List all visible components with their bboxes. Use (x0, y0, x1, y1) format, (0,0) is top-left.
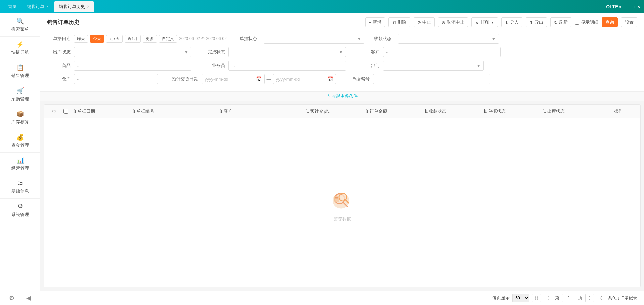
table-settings-btn[interactable]: ⚙ (47, 109, 61, 114)
next-page-btn[interactable]: ⟩ (585, 294, 594, 302)
close-sales-order-tab[interactable]: × (46, 4, 49, 9)
receipt-status-select[interactable]: ▼ (398, 34, 499, 44)
quick-nav-icon: ⚡ (16, 41, 24, 48)
prev-page-btn[interactable]: ⟨ (544, 294, 552, 302)
query-label: 查询 (605, 19, 614, 25)
th-sort-bill-date[interactable]: ⇅ (73, 109, 77, 114)
page-size-select[interactable]: 50 10 20 100 (512, 294, 529, 302)
th-sort-receipt-status[interactable]: ⇅ (424, 109, 428, 114)
empty-text: 暂无数据 (334, 216, 351, 222)
date-today[interactable]: 今天 (90, 35, 104, 43)
date-yesterday[interactable]: 昨天 (74, 35, 88, 43)
refresh-label: 刷新 (559, 19, 568, 25)
th-sort-bill-number[interactable]: ⇅ (132, 109, 136, 114)
bill-status-select[interactable]: ▼ (264, 34, 364, 44)
date-more[interactable]: 更多 (143, 35, 157, 43)
department-select[interactable]: ▼ (383, 61, 484, 71)
warehouse-input[interactable]: ··· (74, 74, 158, 84)
sidebar-item-operations[interactable]: 📊 经营管理 (0, 153, 40, 176)
complete-status-label: 完成状态 (202, 49, 225, 55)
stop-label: 中止 (422, 19, 431, 25)
customer-input[interactable]: ··· (383, 47, 501, 57)
collapse-icon: ∧ (327, 93, 330, 99)
refresh-button[interactable]: ↻ 刷新 (550, 17, 571, 27)
sidebar-item-search-menu[interactable]: 🔍 搜索菜单 (0, 13, 40, 37)
date-last-month[interactable]: 近1月 (125, 35, 141, 43)
print-button[interactable]: 🖨 打印 ▼ (471, 17, 498, 27)
th-customer-label: 客户 (224, 108, 232, 114)
tab-home[interactable]: 首页 (3, 1, 22, 12)
tab-sales-order-history[interactable]: 销售订单历史 × (54, 1, 94, 12)
th-sort-customer[interactable]: ⇅ (219, 109, 223, 114)
sidebar-item-inventory-label: 库存核算 (11, 119, 29, 125)
department-label: 部门 (356, 63, 380, 69)
purchase-mgmt-icon: 🛒 (16, 87, 24, 94)
th-sort-out-status[interactable]: ⇅ (543, 109, 546, 114)
main-layout: 🔍 搜索菜单 ⚡ 快捷导航 📋 销售管理 🛒 采购管理 📦 库存核算 💰 资金管… (0, 13, 644, 305)
new-button[interactable]: + 新增 (365, 17, 385, 27)
stop-button[interactable]: ⊘ 中止 (414, 17, 435, 27)
complete-status-arrow: ▼ (339, 50, 343, 55)
th-sort-order-amount[interactable]: ⇅ (365, 109, 369, 114)
new-icon: + (369, 20, 372, 25)
sidebar-item-quick-nav[interactable]: ⚡ 快捷导航 (0, 37, 40, 60)
import-button[interactable]: ⬇ 导入 (501, 17, 522, 27)
sidebar-settings-icon[interactable]: ⚙ (9, 294, 14, 302)
table-select-all[interactable] (61, 109, 71, 114)
settings-button[interactable]: 设置 (621, 17, 637, 27)
delivery-date-to[interactable]: yyyy-mm-dd 📅 (273, 74, 336, 84)
complete-status-select[interactable]: ▼ (228, 47, 346, 57)
delivery-date-from[interactable]: yyyy-mm-dd 📅 (202, 74, 265, 84)
close-app-btn[interactable]: ✕ (637, 4, 641, 9)
bill-number-input[interactable] (373, 74, 490, 84)
search-menu-icon: 🔍 (16, 17, 24, 25)
sidebar-item-base-info[interactable]: 🗂 基础信息 (0, 176, 40, 199)
tab-sales-order[interactable]: 销售订单 × (22, 1, 53, 12)
sidebar-collapse-icon[interactable]: ◀ (26, 294, 31, 302)
maximize-btn[interactable]: □ (632, 4, 634, 9)
product-input[interactable]: ··· (74, 61, 191, 71)
th-bill-number-label: 单据编号 (137, 108, 154, 114)
minimize-btn[interactable]: — (625, 4, 629, 9)
query-button[interactable]: 查询 (602, 17, 618, 27)
date-last7[interactable]: 近7天 (106, 35, 123, 43)
finance-icon: 💰 (16, 134, 24, 141)
sidebar-item-finance[interactable]: 💰 资金管理 (0, 129, 40, 153)
cancel-stop-button[interactable]: ⊘ 取消中止 (438, 17, 468, 27)
select-all-checkbox[interactable] (63, 109, 68, 114)
receipt-status-label: 收款状态 (371, 36, 391, 42)
display-columns-label: 显示明细 (581, 19, 598, 25)
cancel-stop-label: 取消中止 (447, 19, 464, 25)
sidebar-item-purchase-mgmt[interactable]: 🛒 采购管理 (0, 83, 40, 106)
date-custom[interactable]: 自定义 (159, 35, 177, 43)
display-columns-input[interactable] (575, 20, 579, 25)
out-status-select[interactable]: ▼ (74, 47, 191, 57)
brand-text: OfTEn (606, 4, 622, 9)
last-page-btn[interactable]: ⟩⟩ (597, 294, 605, 302)
th-sort-bill-status[interactable]: ⇅ (483, 109, 487, 114)
inventory-icon: 📦 (16, 110, 24, 118)
salesperson-input[interactable]: ··· (228, 61, 346, 71)
calendar-to-icon: 📅 (327, 76, 333, 82)
th-receipt-status-label: 收款状态 (429, 108, 446, 114)
product-dots: ··· (77, 63, 81, 68)
date-from-placeholder: yyyy-mm-dd (205, 77, 228, 82)
content-area: 销售订单历史 + 新增 🗑 删除 ⊘ 中止 ⊘ (40, 13, 644, 305)
sidebar-item-system-mgmt[interactable]: ⚙ 系统管理 (0, 199, 40, 222)
display-columns-checkbox[interactable]: 显示明细 (575, 19, 598, 25)
print-label: 打印 (481, 19, 489, 25)
sidebar-item-sales-mgmt[interactable]: 📋 销售管理 (0, 60, 40, 83)
th-action-label: 操作 (614, 108, 623, 114)
th-out-status: ⇅ 出库状态 (541, 108, 600, 114)
sidebar-item-inventory[interactable]: 📦 库存核算 (0, 106, 40, 129)
th-sort-expected-delivery[interactable]: ⇅ (306, 109, 309, 114)
export-button[interactable]: ⬆ 导出 (526, 17, 547, 27)
close-sales-order-history-tab[interactable]: × (87, 4, 89, 9)
delete-button[interactable]: 🗑 删除 (388, 17, 410, 27)
import-icon: ⬇ (505, 20, 509, 25)
filter-section: 单据日期 昨天 今天 近7天 近1月 更多 自定义 2023-06-02 至 2… (40, 30, 644, 91)
settings-label: 设置 (625, 19, 634, 25)
collapse-bar[interactable]: ∧ 收起更多条件 (40, 91, 644, 101)
first-page-btn[interactable]: ⟨⟨ (532, 294, 541, 302)
page-number-input[interactable] (562, 294, 575, 302)
